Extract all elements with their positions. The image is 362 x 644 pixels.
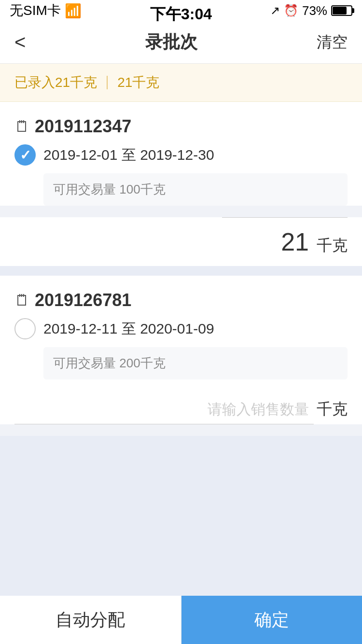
batch-1-id: 2019112347 bbox=[35, 116, 131, 137]
batch-1-radio[interactable] bbox=[14, 144, 36, 166]
batch-2-header: 🗒 2019126781 bbox=[14, 290, 348, 310]
batch-2-unit-label: 千克 bbox=[317, 399, 348, 420]
batch-2-available: 可用交易量 200千克 bbox=[53, 356, 166, 370]
batch-1-date-row: 2019-12-01 至 2019-12-30 bbox=[14, 144, 348, 166]
recorded-amount-value: 21千克 bbox=[117, 73, 159, 92]
auto-distribute-button[interactable]: 自动分配 bbox=[0, 596, 181, 644]
recorded-amount-label: 已录入21千克 bbox=[14, 73, 97, 92]
batch-2-input-placeholder: 请输入销售数量 bbox=[14, 400, 309, 420]
info-banner: 已录入21千克 21千克 bbox=[0, 64, 362, 102]
batch-1-available: 可用交易量 100千克 bbox=[53, 182, 166, 196]
carrier-text: 无SIM卡 bbox=[10, 1, 61, 20]
status-bar: 无SIM卡 📶 下午3:04 ↗ ⏰ 73% bbox=[0, 0, 362, 21]
status-left: 无SIM卡 📶 bbox=[10, 1, 82, 20]
batch-2-radio[interactable] bbox=[14, 318, 36, 339]
batch-2-id: 2019126781 bbox=[35, 290, 131, 310]
batch-1-amount-row: 21 千克 bbox=[0, 218, 362, 266]
nav-bar: < 录批次 清空 bbox=[0, 21, 362, 64]
batch-1-date: 2019-12-01 至 2019-12-30 bbox=[43, 145, 214, 165]
battery-icon bbox=[331, 5, 352, 16]
batch-2-info-box: 可用交易量 200千克 bbox=[43, 347, 348, 379]
location-icon: ↗ bbox=[270, 4, 280, 17]
banner-divider bbox=[107, 76, 108, 89]
batch-item-2: 🗒 2019126781 2019-12-11 至 2020-01-09 可用交… bbox=[0, 276, 362, 424]
page-title: 录批次 bbox=[145, 30, 197, 54]
back-button[interactable]: < bbox=[14, 31, 26, 53]
status-time: 下午3:04 bbox=[150, 4, 212, 25]
alarm-icon: ⏰ bbox=[284, 4, 298, 17]
section-separator bbox=[0, 266, 362, 276]
batch-1-unit: 千克 bbox=[317, 235, 348, 256]
batch-1-icon: 🗒 bbox=[14, 118, 30, 136]
status-right: ↗ ⏰ 73% bbox=[270, 3, 352, 18]
batch-1-header: 🗒 2019112347 bbox=[14, 116, 348, 137]
clear-button[interactable]: 清空 bbox=[317, 32, 348, 53]
battery-percentage: 73% bbox=[302, 3, 327, 18]
wifi-icon: 📶 bbox=[65, 3, 82, 19]
batch-1-info-box: 可用交易量 100千克 bbox=[43, 173, 348, 206]
bottom-bar: 自动分配 确定 bbox=[0, 596, 362, 644]
confirm-button[interactable]: 确定 bbox=[181, 596, 362, 644]
batch-item-1: 🗒 2019112347 2019-12-01 至 2019-12-30 可用交… bbox=[0, 102, 362, 206]
batch-2-icon: 🗒 bbox=[14, 292, 30, 309]
batch-1-amount-value: 21 bbox=[281, 227, 309, 256]
batch-2-date-row: 2019-12-11 至 2020-01-09 bbox=[14, 318, 348, 339]
batch-2-date: 2019-12-11 至 2020-01-09 bbox=[43, 319, 214, 339]
batch-2-content: 🗒 2019126781 2019-12-11 至 2020-01-09 可用交… bbox=[0, 276, 362, 379]
